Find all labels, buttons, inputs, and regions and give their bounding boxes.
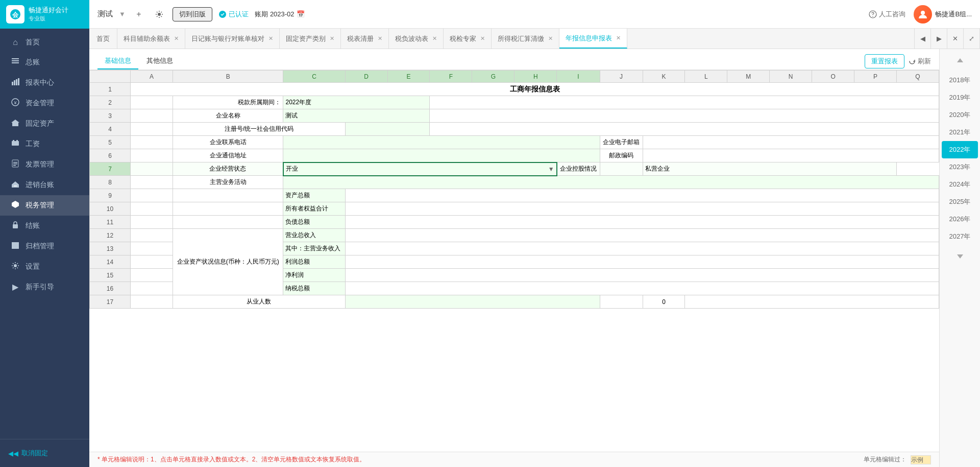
year-item-2026[interactable]: 2026年 xyxy=(940,211,980,228)
settings-gear-icon[interactable] xyxy=(152,7,166,21)
reset-report-button[interactable]: 重置报表 xyxy=(865,54,904,68)
cell-d12[interactable] xyxy=(345,229,939,242)
refresh-button[interactable]: 刷新 xyxy=(909,57,931,66)
cell-c16[interactable]: 纳税总额 xyxy=(283,282,345,295)
switch-version-button[interactable]: 切到旧版 xyxy=(173,7,212,21)
year-item-2018[interactable]: 2018年 xyxy=(940,72,980,89)
tab-close-icon[interactable]: ✕ xyxy=(548,35,553,42)
cell-a13[interactable] xyxy=(131,242,173,255)
subtab-basic[interactable]: 基础信息 xyxy=(97,53,138,69)
year-item-2027[interactable]: 2027年 xyxy=(940,228,980,245)
cell-a10[interactable] xyxy=(131,202,173,216)
year-item-2019[interactable]: 2019年 xyxy=(940,89,980,106)
tab-tax-expert[interactable]: 税检专家 ✕ xyxy=(444,29,492,49)
cell-b9[interactable] xyxy=(173,189,283,202)
cell-a7[interactable] xyxy=(131,162,173,176)
year-item-2023[interactable]: 2023年 xyxy=(940,158,980,176)
cell-k6[interactable] xyxy=(643,149,939,162)
cell-d15[interactable] xyxy=(345,269,939,282)
sidebar-item-invoices[interactable]: 发票管理 xyxy=(0,154,89,175)
cell-c6[interactable] xyxy=(283,149,600,162)
col-header-n[interactable]: N xyxy=(770,71,812,83)
cell-d16[interactable] xyxy=(345,282,939,295)
cell-a17[interactable] xyxy=(131,295,173,309)
tab-expand-button[interactable]: ⤢ xyxy=(964,29,980,49)
tab-journal-bank[interactable]: 日记账与银行对账单核对 ✕ xyxy=(185,29,280,49)
cell-c9[interactable]: 资产总额 xyxy=(283,189,345,202)
cell-l7[interactable]: 私营企业 xyxy=(643,162,896,176)
cell-a15[interactable] xyxy=(131,269,173,282)
cell-j7[interactable]: 企业控股情况 xyxy=(557,162,600,176)
cell-a14[interactable] xyxy=(131,255,173,269)
col-header-b[interactable]: B xyxy=(173,71,283,83)
tab-income-tax[interactable]: 所得税汇算清缴 ✕ xyxy=(492,29,559,49)
sidebar-item-reports[interactable]: 报表中心 xyxy=(0,73,89,93)
cell-c13[interactable]: 其中：主营业务收入 xyxy=(283,242,345,255)
cell-a9[interactable] xyxy=(131,189,173,202)
sidebar-item-settings[interactable]: 设置 xyxy=(0,256,89,277)
cell-b6[interactable]: 企业通信地址 xyxy=(173,149,283,162)
cell-b8[interactable]: 主营业务活动 xyxy=(173,176,283,189)
tab-close-icon[interactable]: ✕ xyxy=(378,35,382,42)
tab-prev-button[interactable]: ◀ xyxy=(915,29,931,49)
col-header-g[interactable]: G xyxy=(472,71,514,83)
cell-b12[interactable]: 企业资产状况信息(币种：人民币万元) xyxy=(173,229,283,295)
cell-d11[interactable] xyxy=(345,216,939,229)
col-header-j[interactable]: J xyxy=(600,71,643,83)
cell-f2[interactable] xyxy=(430,96,939,109)
col-header-d[interactable]: D xyxy=(345,71,387,83)
calendar-icon[interactable]: 📅 xyxy=(297,10,305,18)
sidebar-item-guide[interactable]: ▶ 新手引导 xyxy=(0,277,89,297)
cell-a16[interactable] xyxy=(131,282,173,295)
cell-k5[interactable] xyxy=(643,136,939,149)
tab-annual-report[interactable]: 年报信息申报表 ✕ xyxy=(559,29,627,49)
col-header-o[interactable]: O xyxy=(812,71,854,83)
user-menu[interactable]: 畅捷通B组... xyxy=(914,5,972,24)
col-header-h[interactable]: H xyxy=(514,71,557,83)
cell-c5[interactable] xyxy=(283,136,600,149)
cell-j6[interactable]: 邮政编码 xyxy=(600,149,643,162)
cell-c7[interactable]: 开业 ▼ xyxy=(283,162,557,176)
tab-tax-wave[interactable]: 税负波动表 ✕ xyxy=(389,29,444,49)
cell-b2[interactable]: 税款所属期间： xyxy=(173,96,283,109)
cell-c8[interactable] xyxy=(283,176,939,189)
cell-d13[interactable] xyxy=(345,242,939,255)
sidebar-item-closing[interactable]: 结账 xyxy=(0,216,89,236)
sidebar-item-archive[interactable]: 归档管理 xyxy=(0,236,89,256)
col-header-l[interactable]: L xyxy=(685,71,727,83)
cell-d9[interactable] xyxy=(345,189,939,202)
tab-close-icon[interactable]: ✕ xyxy=(268,35,273,42)
cell-a2[interactable] xyxy=(131,96,173,109)
cell-k7[interactable] xyxy=(600,162,643,176)
dropdown-arrow-icon[interactable]: ▼ xyxy=(119,10,126,18)
cell-d17[interactable] xyxy=(345,295,600,309)
sidebar-item-fixed-assets[interactable]: 固定资产 xyxy=(0,113,89,134)
service-button[interactable]: 人工咨询 xyxy=(869,10,905,19)
tab-fixed-asset-type[interactable]: 固定资产类别 ✕ xyxy=(280,29,341,49)
scroll-up-icon[interactable] xyxy=(951,51,969,69)
cell-a4[interactable] xyxy=(131,123,173,136)
year-item-2024[interactable]: 2024年 xyxy=(940,176,980,193)
cell-a8[interactable] xyxy=(131,176,173,189)
cell-a3[interactable] xyxy=(131,109,173,123)
cell-c15[interactable]: 净利润 xyxy=(283,269,345,282)
col-header-q[interactable]: Q xyxy=(896,71,939,83)
cell-a5[interactable] xyxy=(131,136,173,149)
tab-tax-return[interactable]: 税表清册 ✕ xyxy=(341,29,389,49)
cell-c12[interactable]: 营业总收入 xyxy=(283,229,345,242)
year-item-2021[interactable]: 2021年 xyxy=(940,124,980,141)
subtab-other[interactable]: 其他信息 xyxy=(139,53,180,69)
cell-d4[interactable] xyxy=(345,123,430,136)
cell-a12[interactable] xyxy=(131,229,173,242)
tab-close-icon[interactable]: ✕ xyxy=(174,35,179,42)
sidebar-item-home[interactable]: ⌂ 首页 xyxy=(0,33,89,52)
sidebar-item-ledger[interactable]: 总账 xyxy=(0,52,89,73)
col-header-m[interactable]: M xyxy=(727,71,770,83)
cell-d10[interactable] xyxy=(345,202,939,216)
year-item-2025[interactable]: 2025年 xyxy=(940,193,980,211)
cell-b7[interactable]: 企业经营状态 xyxy=(173,162,283,176)
sidebar-item-inventory[interactable]: 进销台账 xyxy=(0,175,89,195)
tab-home[interactable]: 首页 xyxy=(89,29,117,49)
cell-b11[interactable] xyxy=(173,216,283,229)
col-header-e[interactable]: E xyxy=(387,71,430,83)
